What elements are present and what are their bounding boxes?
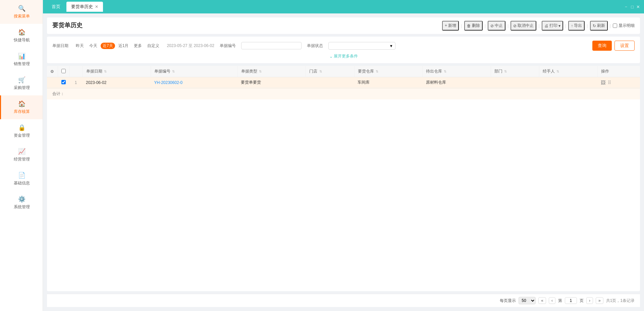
shortcut-yesterday[interactable]: 昨天 [74, 43, 86, 49]
topbar-right: － □ ✕ [624, 4, 640, 10]
data-table: ⚙ 单据日期 ⇅ 单据编号 ⇅ [47, 66, 640, 88]
purchase-icon: 🛒 [18, 76, 25, 84]
tab-close-icon[interactable]: ✕ [95, 4, 98, 9]
last-page-button[interactable]: » [596, 297, 603, 304]
sort-doc-no-icon[interactable]: ⇅ [172, 70, 175, 73]
row-actions: 🖼 ⠿ [597, 77, 640, 88]
doc-no-link[interactable]: YH-20230602-0 [154, 80, 183, 85]
expand-more-button[interactable]: ⌄ 展开更多条件 [329, 53, 358, 59]
sort-handler-icon[interactable]: ⇅ [556, 70, 559, 73]
summary-label: 合计： [52, 91, 64, 97]
row-doc-date: 2023-06-02 [83, 77, 151, 88]
sidebar-item-inventory[interactable]: 🏠 库存核算 [0, 95, 43, 119]
row-view-icon[interactable]: 🖼 [601, 80, 605, 85]
table-header-row: ⚙ 单据日期 ⇅ 单据编号 ⇅ [47, 66, 640, 77]
shortcut-more[interactable]: 更多 [132, 43, 144, 49]
sidebar: 🔍 搜索菜单 🏠 快捷导航 📊 销售管理 🛒 采购管理 🏠 库存核算 🔒 资金管… [0, 0, 43, 311]
next-page-button[interactable]: › [586, 297, 593, 304]
sidebar-item-operations-label: 经营管理 [14, 157, 30, 162]
shortcut-1month[interactable]: 近1月 [116, 43, 131, 49]
content-area: 要货单历史 + 新增 | 🗑 删除 | ⊘ 中止 | ⊘ 取消中止 | [43, 13, 644, 311]
new-button[interactable]: + 新增 [442, 21, 459, 31]
page-suffix: 页 [580, 298, 584, 304]
filter-settings-button[interactable]: 设置 [614, 41, 635, 51]
query-button[interactable]: 查询 [592, 41, 612, 51]
search-menu-icon: 🔍 [18, 5, 25, 12]
main-area: 首页 要货单历史 ✕ － □ ✕ 要货单历史 + 新增 | 🗑 删除 | [43, 0, 644, 311]
sort-req-warehouse-icon[interactable]: ⇅ [376, 70, 378, 73]
sidebar-item-purchase-label: 采购管理 [14, 85, 30, 91]
sidebar-item-sales-label: 销售管理 [14, 61, 30, 67]
row-checkbox-col[interactable] [58, 77, 69, 88]
finance-icon: 🔒 [18, 124, 25, 131]
window-close-icon[interactable]: ✕ [636, 4, 640, 9]
sidebar-item-finance[interactable]: 🔒 资金管理 [0, 119, 43, 143]
sidebar-item-system[interactable]: ⚙️ 系统管理 [0, 191, 43, 215]
shortcut-7days[interactable]: 近7天 [101, 43, 115, 49]
tab-home-label: 首页 [52, 4, 60, 10]
col-department: 部门 ⇅ [491, 66, 539, 77]
print-chevron-icon: ▾ [558, 24, 560, 28]
date-range-display: 2023-05-27 至 2023-06-02 [167, 43, 214, 49]
sort-store-icon[interactable]: ⇅ [319, 70, 322, 73]
sidebar-item-operations[interactable]: 📈 经营管理 [0, 143, 43, 167]
doc-no-input[interactable] [241, 42, 302, 49]
export-button[interactable]: ↑ 导出 [568, 21, 585, 31]
page-label: 第 [558, 298, 562, 304]
col-action: 操作 [597, 66, 640, 77]
prev-page-button[interactable]: ‹ [549, 297, 555, 304]
inventory-icon: 🏠 [18, 100, 25, 107]
delete-icon: 🗑 [467, 24, 471, 28]
window-minimize-icon[interactable]: － [624, 4, 628, 10]
refresh-button[interactable]: ↻ 刷新 [590, 21, 608, 31]
show-detail-toggle[interactable]: 显示明细 [613, 23, 635, 29]
column-settings-icon[interactable]: ⚙ [50, 69, 54, 74]
sidebar-item-purchase[interactable]: 🛒 采购管理 [0, 72, 43, 95]
sort-doc-type-icon[interactable]: ⇅ [259, 70, 262, 73]
row-handler [539, 77, 597, 88]
first-page-button[interactable]: « [538, 297, 546, 304]
row-checkbox[interactable] [61, 80, 66, 84]
sort-pending-warehouse-icon[interactable]: ⇅ [444, 70, 446, 73]
window-maximize-icon[interactable]: □ [631, 4, 634, 9]
filter-row-1: 单据日期 昨天 今天 近7天 近1月 更多 自定义 2023-05-27 至 2… [52, 41, 635, 51]
base-info-icon: 📄 [18, 172, 25, 179]
shortcut-custom[interactable]: 自定义 [145, 43, 161, 49]
sidebar-item-quick-nav[interactable]: 🏠 快捷导航 [0, 24, 43, 48]
table-container: ⚙ 单据日期 ⇅ 单据编号 ⇅ [47, 66, 640, 291]
row-pending-warehouse: 原材料仓库 [423, 77, 491, 88]
row-more-icon[interactable]: ⠿ [608, 80, 611, 85]
row-doc-type: 要货单要货 [237, 77, 306, 88]
topbar: 首页 要货单历史 ✕ － □ ✕ [43, 0, 644, 13]
system-icon: ⚙️ [18, 195, 25, 203]
table-row[interactable]: 1 2023-06-02 YH-20230602-0 要货单要货 车间库 原材料… [47, 77, 640, 88]
sidebar-item-search-menu[interactable]: 🔍 搜索菜单 [0, 0, 43, 24]
sidebar-item-sales[interactable]: 📊 销售管理 [0, 48, 43, 72]
page-number-input[interactable] [565, 297, 577, 304]
sidebar-item-finance-label: 资金管理 [14, 133, 30, 138]
refresh-icon: ↻ [593, 24, 596, 28]
status-select[interactable]: ▾ [328, 42, 395, 50]
select-all-checkbox[interactable] [61, 69, 66, 73]
print-button[interactable]: 🖨 打印 ▾ [542, 21, 563, 31]
row-num: 1 [69, 77, 83, 88]
tab-requisition-history[interactable]: 要货单历史 ✕ [66, 2, 103, 12]
shortcut-today[interactable]: 今天 [87, 43, 99, 49]
sidebar-item-base-info[interactable]: 📄 基础信息 [0, 167, 43, 191]
page-size-select[interactable]: 20 50 100 200 [519, 297, 536, 304]
col-settings: ⚙ [47, 66, 58, 77]
sort-department-icon[interactable]: ⇅ [504, 70, 507, 73]
sort-doc-date-icon[interactable]: ⇅ [104, 70, 107, 73]
expand-row: ⌄ 展开更多条件 [52, 53, 635, 59]
tab-home[interactable]: 首页 [47, 2, 65, 12]
show-detail-checkbox[interactable] [613, 24, 617, 28]
date-shortcuts: 昨天 今天 近7天 近1月 更多 自定义 [74, 43, 161, 49]
filter-panel: 单据日期 昨天 今天 近7天 近1月 更多 自定义 2023-05-27 至 2… [47, 37, 640, 63]
row-doc-no: YH-20230602-0 [151, 77, 238, 88]
stop-button[interactable]: ⊘ 中止 [488, 21, 505, 31]
page-header: 要货单历史 + 新增 | 🗑 删除 | ⊘ 中止 | ⊘ 取消中止 | [47, 17, 640, 34]
sidebar-item-quick-nav-label: 快捷导航 [14, 37, 30, 43]
cancel-stop-button[interactable]: ⊘ 取消中止 [511, 21, 536, 31]
delete-button[interactable]: 🗑 删除 [464, 21, 483, 31]
page-size-label: 每页显示 [500, 298, 516, 304]
